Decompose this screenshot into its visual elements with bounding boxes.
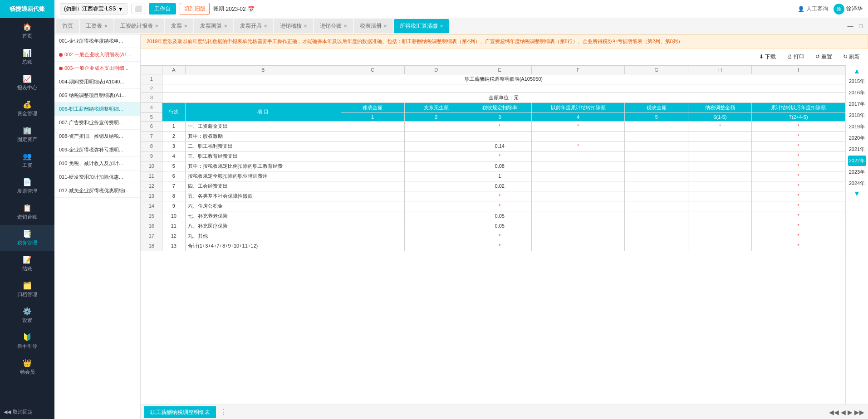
file-item-005[interactable]: 005-纳税调整项目明细表(A1... — [54, 89, 140, 102]
year-btn-2023[interactable]: 2023年 — [848, 167, 866, 177]
row-18-d[interactable] — [404, 241, 468, 251]
spreadsheet-wrapper[interactable]: A B C D E F G H I — [141, 65, 845, 404]
file-item-008[interactable]: 008-资产折旧、摊销及纳税... — [54, 130, 140, 143]
tab-invoice-issue-close[interactable]: ✕ — [264, 24, 267, 29]
tab-maximize-btn[interactable]: □ — [857, 22, 864, 30]
cancel-fixed-btn[interactable]: ◀◀ 取消固定 — [0, 405, 54, 419]
row-7-g[interactable] — [625, 131, 688, 141]
row-9-h[interactable] — [688, 151, 752, 161]
year-btn-2016[interactable]: 2016年 — [848, 88, 866, 98]
row-14-h[interactable] — [688, 201, 752, 211]
row-8-d[interactable] — [404, 141, 468, 151]
nav-first-btn[interactable]: ◀◀ — [829, 409, 839, 416]
row-10-d[interactable] — [404, 161, 468, 171]
year-btn-2018[interactable]: 2018年 — [848, 110, 866, 121]
tab-ledger-close[interactable]: ✕ — [343, 24, 347, 29]
copy-company-btn[interactable]: ⬜ — [131, 4, 145, 14]
tab-income-tax[interactable]: 所得税汇算清缴 ✕ — [394, 19, 449, 33]
row-15-c[interactable] — [341, 211, 404, 221]
tab-invoice[interactable]: 发票 ✕ — [165, 19, 193, 33]
row-6-d[interactable] — [404, 121, 468, 131]
tab-invoice-issue[interactable]: 发票开具 ✕ — [234, 19, 273, 33]
sidebar-item-settings[interactable]: ⚙️ 设置 — [0, 302, 54, 328]
row-12-g[interactable] — [625, 181, 688, 191]
row-12-c[interactable] — [341, 181, 404, 191]
row-18-f[interactable] — [531, 241, 624, 251]
row-7-c[interactable] — [341, 131, 404, 141]
nav-next-btn[interactable]: ▶ — [848, 409, 853, 416]
row-11-g[interactable] — [625, 171, 688, 181]
refresh-btn[interactable]: ↻ 刷新 — [840, 52, 863, 62]
tab-minimize-btn[interactable]: — — [846, 22, 855, 30]
row-13-c[interactable] — [341, 191, 404, 201]
row-6-c[interactable] — [341, 121, 404, 131]
tab-salary-report[interactable]: 工资统计报表 ✕ — [114, 19, 164, 33]
year-btn-2021[interactable]: 2021年 — [848, 144, 866, 155]
row-16-d[interactable] — [404, 221, 468, 231]
year-btn-2020[interactable]: 2020年 — [848, 133, 866, 143]
tab-taxbook[interactable]: 税表清册 ✕ — [354, 19, 393, 33]
tab-invoice-calc[interactable]: 发票测算 ✕ — [194, 19, 233, 33]
row-8-h[interactable] — [688, 141, 752, 151]
row-6-g[interactable] — [625, 121, 688, 131]
row-18-c[interactable] — [341, 241, 404, 251]
workspace-btn[interactable]: 工作台 — [149, 3, 176, 15]
row-11-c[interactable] — [341, 171, 404, 181]
row-9-d[interactable] — [404, 151, 468, 161]
row-13-f[interactable] — [531, 191, 624, 201]
row-9-c[interactable] — [341, 151, 404, 161]
row-14-f[interactable] — [531, 201, 624, 211]
row-9-g[interactable] — [625, 151, 688, 161]
period-switch-btn[interactable]: 切到旧版 — [180, 3, 210, 15]
file-item-006[interactable]: 006-职工薪酬纳税调整明细... — [54, 102, 140, 116]
sidebar-item-home[interactable]: 🏠 首页 — [0, 18, 54, 44]
row-14-c[interactable] — [341, 201, 404, 211]
row-9-f[interactable] — [531, 151, 624, 161]
tab-salary[interactable]: 工资表 ✕ — [80, 19, 113, 33]
sidebar-item-archive[interactable]: 🗂️ 归档管理 — [0, 277, 54, 302]
year-btn-2019[interactable]: 2019年 — [848, 122, 866, 132]
row-13-h[interactable] — [688, 191, 752, 201]
row-14-d[interactable] — [404, 201, 468, 211]
reset-btn[interactable]: ↺ 重置 — [813, 52, 835, 62]
file-item-003[interactable]: 003-一般企业成本支出明细... — [54, 62, 140, 75]
row-18-h[interactable] — [688, 241, 752, 251]
row-7-d[interactable] — [404, 131, 468, 141]
sidebar-item-salary[interactable]: 👥 工资 — [0, 147, 54, 173]
row-16-h[interactable] — [688, 221, 752, 231]
sidebar-item-tax[interactable]: 📑 税务管理 — [0, 225, 54, 251]
row-17-c[interactable] — [341, 231, 404, 241]
file-item-002[interactable]: 002-一般企业收入明细表(A1... — [54, 48, 140, 62]
nav-last-btn[interactable]: ▶▶ — [854, 409, 864, 416]
sidebar-item-report[interactable]: 📈 报表中心 — [0, 70, 54, 96]
year-btn-2017[interactable]: 2017年 — [848, 99, 866, 109]
tab-salary-report-close[interactable]: ✕ — [155, 24, 158, 29]
row-17-h[interactable] — [688, 231, 752, 241]
sheet-options-btn[interactable]: ⋮ — [220, 408, 227, 416]
year-btn-2024[interactable]: 2024年 — [848, 178, 866, 189]
row-12-h[interactable] — [688, 181, 752, 191]
sidebar-item-close[interactable]: 📝 结账 — [0, 251, 54, 277]
tab-ledger[interactable]: 进销台账 ✕ — [314, 19, 353, 33]
row-8-c[interactable] — [341, 141, 404, 151]
tab-salary-close[interactable]: ✕ — [104, 24, 108, 29]
nav-prev-btn[interactable]: ◀ — [841, 409, 846, 416]
row-7-e[interactable] — [468, 131, 531, 141]
tab-audit-close[interactable]: ✕ — [304, 24, 307, 29]
row-12-f[interactable] — [531, 181, 624, 191]
tab-invoice-calc-close[interactable]: ✕ — [224, 24, 227, 29]
row-17-f[interactable] — [531, 231, 624, 241]
file-item-010[interactable]: 010-免税、减计收入及加计... — [54, 157, 140, 171]
row-8-g[interactable] — [625, 141, 688, 151]
file-item-001[interactable]: 001-企业所得税年度纳税申... — [54, 34, 140, 48]
year-btn-2015[interactable]: 2015年 — [848, 76, 866, 87]
row-11-f[interactable] — [531, 171, 624, 181]
row-10-f[interactable] — [531, 161, 624, 171]
sidebar-item-invoice[interactable]: 📄 发票管理 — [0, 173, 54, 199]
calendar-icon[interactable]: 📅 — [248, 6, 255, 12]
row-10-h[interactable] — [688, 161, 752, 171]
row-7-h[interactable] — [688, 131, 752, 141]
tab-taxbook-close[interactable]: ✕ — [383, 24, 387, 29]
tab-audit[interactable]: 进销稽核 ✕ — [274, 19, 313, 33]
row-15-g[interactable] — [625, 211, 688, 221]
